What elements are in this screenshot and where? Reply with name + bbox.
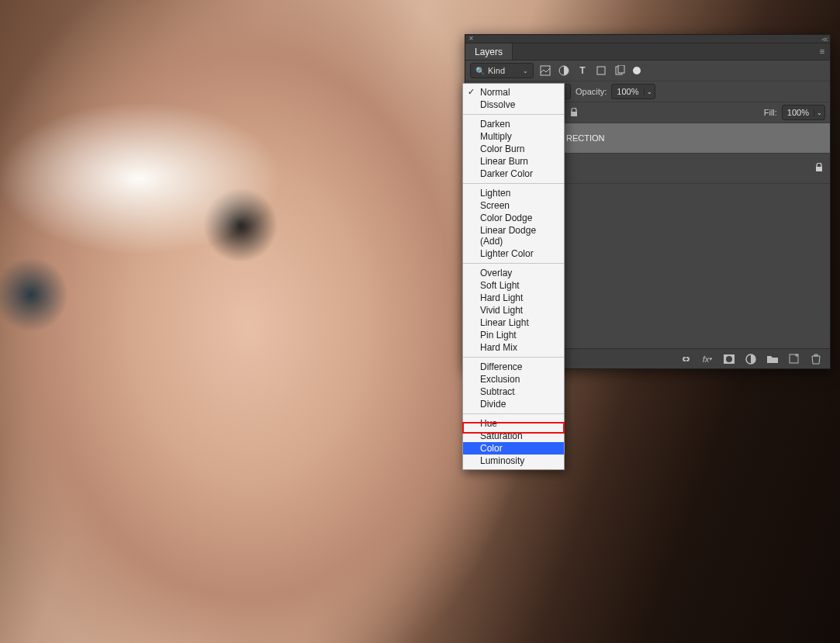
menu-separator (463, 263, 564, 264)
menu-separator (463, 183, 564, 184)
tab-layers[interactable]: Layers (465, 43, 513, 60)
layer-name: RECTION (566, 133, 605, 143)
blend-mode-option[interactable]: Darken (463, 118, 564, 130)
filter-smartobject-icon[interactable] (613, 64, 627, 78)
blend-mode-option[interactable]: Color Dodge (463, 212, 564, 224)
filter-row: 🔍 Kind ⌄ T (465, 60, 830, 81)
lock-icon (814, 163, 824, 174)
adjustment-layer-icon[interactable] (745, 353, 757, 365)
blend-mode-option[interactable]: Soft Light (463, 279, 564, 292)
panel-menu-icon[interactable]: ≡ (814, 43, 830, 60)
blend-mode-option[interactable]: Screen (463, 199, 564, 212)
blend-mode-option[interactable]: Hard Mix (463, 341, 564, 354)
filter-shape-icon[interactable] (594, 64, 608, 78)
new-layer-icon[interactable] (788, 353, 800, 365)
blend-mode-option[interactable]: Overlay (463, 267, 564, 279)
link-layers-icon[interactable] (679, 353, 692, 365)
opacity-value: 100% (612, 87, 643, 96)
chevron-down-icon[interactable]: ⌄ (814, 109, 824, 116)
blend-mode-option[interactable]: Hue (463, 417, 564, 430)
blend-mode-option[interactable]: Color Burn (463, 143, 564, 155)
blend-mode-option[interactable]: Subtract (463, 385, 564, 398)
chevron-down-icon: ⌄ (523, 67, 528, 74)
filter-toggle-icon[interactable] (633, 67, 641, 74)
svg-rect-0 (541, 66, 550, 75)
blend-mode-option[interactable]: Normal (463, 86, 564, 99)
blend-mode-option[interactable]: Linear Dodge (Add) (463, 224, 564, 247)
blend-mode-option[interactable]: Pin Light (463, 329, 564, 341)
filter-kind-select[interactable]: 🔍 Kind ⌄ (470, 63, 534, 78)
blend-mode-option[interactable]: Difference (463, 361, 564, 373)
filter-type-icon[interactable]: T (576, 64, 589, 78)
menu-separator (463, 114, 564, 115)
fill-input[interactable]: 100% ⌄ (782, 105, 825, 120)
blend-mode-menu[interactable]: NormalDissolveDarkenMultiplyColor BurnLi… (462, 83, 565, 470)
blend-mode-option[interactable]: Exclusion (463, 373, 564, 385)
blend-mode-option[interactable]: Darker Color (463, 168, 564, 180)
svg-rect-6 (816, 167, 822, 171)
fx-icon[interactable]: fx▾ (701, 353, 714, 365)
svg-rect-2 (597, 67, 605, 74)
blend-mode-option[interactable]: Lighten (463, 187, 564, 199)
filter-kind-label: Kind (488, 66, 505, 75)
opacity-input[interactable]: 100% ⌄ (611, 84, 655, 99)
filter-pixel-icon[interactable] (538, 64, 552, 78)
blend-mode-option[interactable]: Multiply (463, 130, 564, 143)
chevron-down-icon[interactable]: ⌄ (644, 88, 655, 95)
panel-tabs: Layers ≡ (465, 43, 830, 60)
trash-icon[interactable] (810, 353, 822, 365)
panel-titlebar[interactable]: × << (465, 35, 830, 43)
blend-mode-option[interactable]: Lighter Color (463, 247, 564, 260)
group-icon[interactable] (766, 353, 779, 365)
blend-mode-option[interactable]: Color (463, 442, 564, 455)
blend-mode-option[interactable]: Saturation (463, 430, 564, 442)
svg-point-8 (726, 356, 732, 362)
blend-mode-option[interactable]: Divide (463, 398, 564, 410)
svg-rect-5 (571, 112, 577, 116)
collapse-icon[interactable]: << (821, 36, 827, 43)
blend-mode-option[interactable]: Hard Light (463, 292, 564, 304)
menu-separator (463, 413, 564, 414)
lock-all-icon[interactable] (568, 106, 580, 119)
blend-mode-option[interactable]: Vivid Light (463, 304, 564, 316)
blend-mode-option[interactable]: Linear Light (463, 316, 564, 329)
svg-rect-4 (618, 65, 624, 73)
search-icon: 🔍 (475, 67, 485, 75)
close-icon[interactable]: × (468, 36, 475, 43)
blend-mode-option[interactable]: Dissolve (463, 99, 564, 111)
fill-value: 100% (783, 108, 814, 117)
fill-label: Fill: (764, 108, 777, 117)
mask-icon[interactable] (723, 353, 735, 365)
blend-mode-option[interactable]: Luminosity (463, 455, 564, 467)
filter-adjustment-icon[interactable] (557, 64, 571, 78)
menu-separator (463, 357, 564, 358)
blend-mode-option[interactable]: Linear Burn (463, 155, 564, 168)
opacity-label: Opacity: (576, 87, 607, 96)
lock-icons-group (568, 106, 580, 119)
